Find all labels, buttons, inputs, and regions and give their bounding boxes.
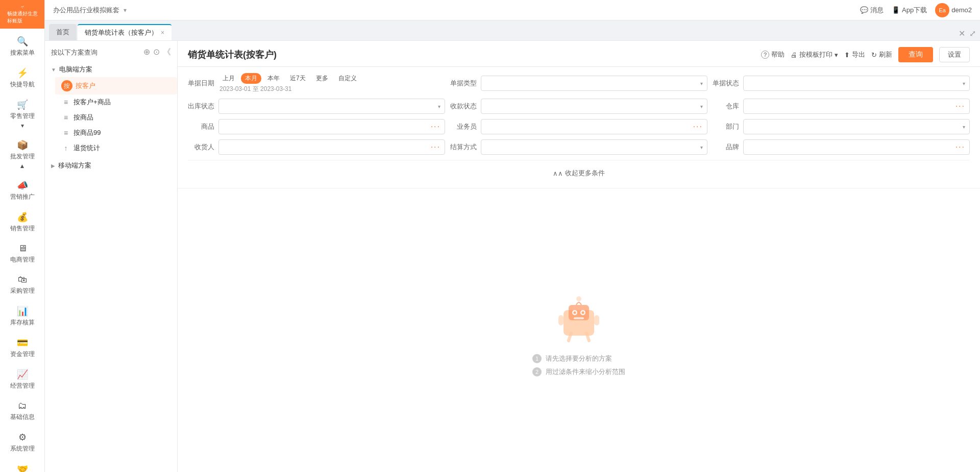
receipt-status-chevron: ▾ — [700, 104, 703, 109]
sidebar-item-operations[interactable]: 📈 经营管理 — [0, 364, 44, 395]
tab-home[interactable]: 首页 — [49, 24, 77, 40]
sidebar-item-retail[interactable]: 🛒 零售管理 ▾ — [0, 94, 44, 134]
warehouse-label: 仓库 — [713, 102, 739, 111]
date-tab-custom[interactable]: 自定义 — [334, 73, 361, 84]
sidebar-item-inventory[interactable]: 📊 库存核算 — [0, 300, 44, 332]
page-content: 按以下方案查询 ⊕ ⊙ 《 ▼ 电脑端方案 按 按客户 ≡ 按客户+商品 — [45, 41, 980, 472]
sidebar-item-enterprise[interactable]: 🤝 企业协同 — [0, 458, 44, 472]
logo-text: 畅捷通好生意 标账版 — [7, 10, 38, 25]
sidebar-item-quicknav-label: 快捷导航 — [10, 80, 35, 89]
payment-select[interactable]: ▾ — [481, 139, 707, 155]
add-scheme-button[interactable]: ⊕ — [143, 47, 150, 58]
tree-item-return-stats[interactable]: ↑ 退货统计 — [55, 140, 177, 156]
sidebar-item-ecommerce[interactable]: 🖥 电商管理 — [0, 238, 44, 269]
department-label: 部门 — [713, 122, 739, 131]
tree-item-by-product-99[interactable]: ≡ 按商品99 — [55, 125, 177, 140]
date-tab-thisyear[interactable]: 本年 — [263, 73, 284, 84]
department-cell: 部门 ▾ — [713, 119, 970, 134]
brand-dots[interactable]: ··· — [955, 143, 965, 152]
sidebar-item-inventory-label: 库存核算 — [10, 318, 35, 327]
salesperson-dots[interactable]: ··· — [693, 122, 703, 131]
sidebar-item-sales-label: 销售管理 — [10, 224, 35, 233]
department-select[interactable]: ▾ — [743, 119, 970, 134]
tree-item-by-customer[interactable]: 按 按客户 — [55, 77, 177, 95]
tree-desktop-group[interactable]: ▼ 电脑端方案 — [45, 62, 177, 77]
user-label: demo2 — [951, 6, 972, 14]
warehouse-select[interactable]: ··· — [743, 99, 970, 114]
tree-item-by-product[interactable]: ≡ 按商品 — [55, 110, 177, 125]
sidebar-item-basic[interactable]: 🗂 基础信息 — [0, 395, 44, 427]
avatar: Ea — [935, 3, 949, 17]
tree-expand-desktop: ▼ — [51, 67, 56, 73]
sidebar-item-search[interactable]: 🔍 搜索菜单 — [0, 31, 44, 62]
date-tab-7days[interactable]: 近7天 — [286, 73, 310, 84]
app-download-icon: 📱 — [892, 6, 900, 14]
date-tab-more[interactable]: 更多 — [312, 73, 332, 84]
query-button[interactable]: 查询 — [898, 47, 933, 62]
order-type-label: 单据类型 — [450, 79, 477, 88]
receiver-select[interactable]: ··· — [218, 139, 445, 155]
order-status-select[interactable]: ▾ — [743, 76, 970, 91]
sidebar-item-finance-label: 资金管理 — [10, 350, 35, 359]
date-tab-lastmonth[interactable]: 上月 — [218, 73, 239, 84]
message-button[interactable]: 💬 消息 — [860, 6, 884, 15]
settings-scheme-button[interactable]: ⊙ — [153, 47, 160, 58]
customer-active-icon: 按 — [61, 80, 72, 91]
salesperson-select[interactable]: ··· — [481, 119, 707, 134]
by-product-icon: ≡ — [61, 113, 70, 122]
topbar: 办公用品行业模拟账套 ▾ 💬 消息 📱 App下载 Ea demo2 — [45, 0, 980, 20]
receiver-dots[interactable]: ··· — [431, 143, 440, 152]
sidebar: 畅捷通好生意 标账版 🔍 搜索菜单 ⚡ 快捷导航 🛒 零售管理 ▾ 📦 批发管理… — [0, 0, 45, 472]
order-type-select[interactable]: ▾ — [481, 76, 707, 91]
payment-cell: 结算方式 ▾ — [450, 139, 707, 155]
tree-mobile-group[interactable]: ▶ 移动端方案 — [45, 158, 177, 173]
sidebar-item-wholesale-label: 批发管理 — [10, 152, 35, 161]
tree-item-customer-product[interactable]: ≡ 按客户+商品 — [55, 95, 177, 110]
export-button[interactable]: ⬆ 导出 — [844, 50, 865, 59]
svg-point-7 — [582, 311, 584, 314]
user-avatar-button[interactable]: Ea demo2 — [935, 3, 972, 17]
inventory-icon: 📊 — [17, 305, 28, 317]
settings-button[interactable]: 设置 — [939, 47, 970, 62]
empty-svg — [548, 285, 609, 346]
industry-arrow: ▾ — [124, 7, 127, 14]
help-button[interactable]: ? 帮助 — [761, 50, 785, 59]
sidebar-item-purchase[interactable]: 🛍 采购管理 — [0, 269, 44, 300]
maximize-icon[interactable]: ⤢ — [969, 29, 976, 38]
svg-point-1 — [22, 8, 22, 8]
tab-bar: 首页 销货单统计表（按客户） × ✕ ⤢ — [45, 20, 980, 41]
tree-item-customer-product-label: 按客户+商品 — [74, 98, 111, 107]
out-status-select[interactable]: ▾ — [218, 99, 445, 114]
sidebar-item-sales[interactable]: 💰 销售管理 — [0, 206, 44, 238]
sidebar-item-quicknav[interactable]: ⚡ 快捷导航 — [0, 62, 44, 94]
receipt-status-select[interactable]: ▾ — [481, 99, 707, 114]
collapse-button[interactable]: ∧∧ 收起更多条件 — [549, 164, 609, 182]
close-window-icon[interactable]: ✕ — [959, 29, 965, 38]
print-button[interactable]: 🖨 按模板打印 ▾ — [791, 50, 838, 59]
collapse-panel-button[interactable]: 《 — [163, 47, 171, 58]
tree-expand-mobile: ▶ — [51, 163, 55, 169]
sidebar-item-wholesale[interactable]: 📦 批发管理 ▲ — [0, 134, 44, 175]
app-download-button[interactable]: 📱 App下载 — [892, 6, 927, 15]
retail-icon: 🛒 — [17, 99, 28, 110]
product-dots[interactable]: ··· — [431, 122, 440, 131]
sales-icon: 💰 — [17, 211, 28, 223]
tab-close-button[interactable]: × — [161, 29, 164, 36]
topbar-right: 💬 消息 📱 App下载 Ea demo2 — [860, 3, 972, 17]
sidebar-item-search-label: 搜索菜单 — [10, 49, 35, 57]
warehouse-dots[interactable]: ··· — [955, 102, 965, 111]
refresh-button[interactable]: ↻ 刷新 — [871, 50, 892, 59]
order-type-chevron: ▾ — [700, 81, 703, 86]
empty-illustration — [548, 285, 609, 346]
brand-cell: 品牌 ··· — [713, 139, 970, 155]
sidebar-item-system[interactable]: ⚙ 系统管理 — [0, 427, 44, 458]
brand-select[interactable]: ··· — [743, 139, 970, 155]
product-select[interactable]: ··· — [218, 119, 445, 134]
product-label: 商品 — [188, 122, 214, 131]
date-tab-thismonth[interactable]: 本月 — [241, 73, 261, 84]
svg-rect-10 — [594, 315, 599, 325]
sidebar-item-finance[interactable]: 💳 资金管理 — [0, 332, 44, 364]
by-product-99-icon: ≡ — [61, 128, 70, 137]
tab-sales-stats[interactable]: 销货单统计表（按客户） × — [78, 24, 172, 40]
sidebar-item-marketing[interactable]: 📣 营销推广 — [0, 175, 44, 206]
